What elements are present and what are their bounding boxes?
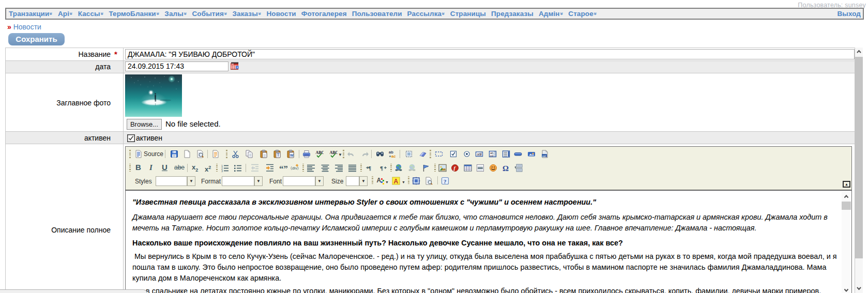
svg-text:ab: ab xyxy=(477,152,481,156)
svg-text:3: 3 xyxy=(221,169,223,173)
svg-text:?: ? xyxy=(444,178,447,184)
svg-text:〈div〉: 〈div〉 xyxy=(291,166,299,171)
svg-text:¶: ¶ xyxy=(380,165,383,171)
svg-text:¶: ¶ xyxy=(368,165,371,171)
svg-text:ABC: ABC xyxy=(316,150,324,155)
svg-text:ac: ac xyxy=(391,154,395,158)
svg-text:Ω: Ω xyxy=(502,164,509,173)
svg-text:A: A xyxy=(394,178,399,185)
svg-text:A: A xyxy=(377,177,382,184)
svg-text:cd: cd xyxy=(542,155,545,158)
svg-text:ABC: ABC xyxy=(330,150,338,155)
svg-text:cd: cd xyxy=(490,154,493,157)
svg-text:W: W xyxy=(290,153,294,157)
svg-text:“”: “” xyxy=(279,164,287,172)
